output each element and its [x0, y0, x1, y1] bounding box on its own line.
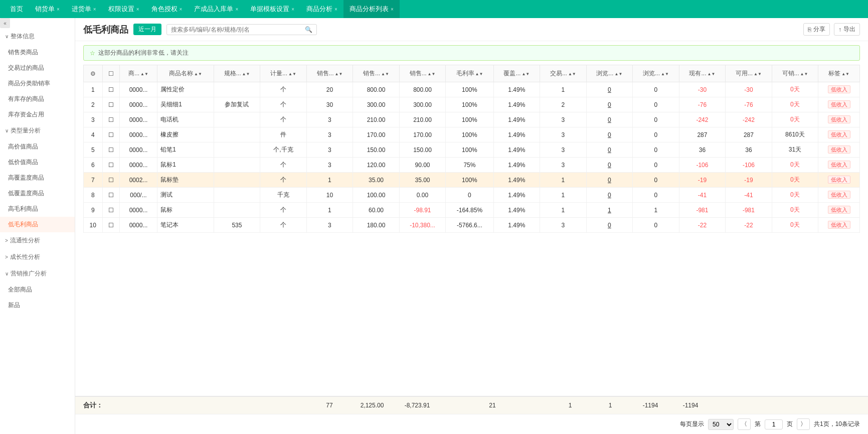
- col-coverage[interactable]: 覆盖...▲▼: [493, 65, 540, 82]
- close-icon[interactable]: ×: [235, 7, 238, 12]
- cell-checkbox[interactable]: ☐: [102, 112, 119, 127]
- next-page-button[interactable]: 〉: [797, 418, 810, 430]
- col-saleable[interactable]: 可销...▲▼: [772, 65, 818, 82]
- cell-sale-amt: 300.00: [399, 97, 446, 112]
- cell-name[interactable]: 笔记本: [157, 218, 214, 233]
- table-row: 1 ☐ 0000... 属性定价 个 20 800.00 800.00 100%…: [84, 82, 860, 97]
- share-button[interactable]: ⎘ 分享: [803, 23, 830, 36]
- col-name[interactable]: 商品名称▲▼: [157, 65, 214, 82]
- nav-item-产成品入库单[interactable]: 产成品入库单×: [188, 0, 244, 18]
- nav-item-单据模板设置[interactable]: 单据模板设置×: [244, 0, 300, 18]
- cell-name[interactable]: 测试: [157, 188, 214, 203]
- col-sale-amt[interactable]: 销售...▲▼: [399, 65, 446, 82]
- cell-name[interactable]: 鼠标: [157, 203, 214, 218]
- cell-browse1[interactable]: 0: [586, 112, 633, 127]
- export-button[interactable]: ↑ 导出: [834, 23, 860, 36]
- cell-browse1[interactable]: 0: [586, 173, 633, 188]
- cell-checkbox[interactable]: ☐: [102, 127, 119, 142]
- cell-name[interactable]: 橡皮擦: [157, 127, 214, 142]
- search-icon[interactable]: 🔍: [305, 26, 312, 33]
- nav-item-首页[interactable]: 首页: [4, 0, 29, 18]
- nav-item-商品分析列表[interactable]: 商品分析列表×: [343, 0, 400, 18]
- cell-name[interactable]: 鼠标垫: [157, 173, 214, 188]
- cell-checkbox[interactable]: ☐: [102, 188, 119, 203]
- cell-checkbox[interactable]: ☐: [102, 158, 119, 173]
- cell-gross-rate: 1.49%: [493, 173, 540, 188]
- sidebar-section-类型量分析[interactable]: ∨ 类型量分析: [0, 122, 75, 139]
- close-icon[interactable]: ×: [180, 7, 183, 12]
- main-layout: « ∨ 整体信息销售类商品交易过的商品商品分类助销率有库存的商品库存资金占用∨ …: [0, 18, 868, 434]
- filter-button[interactable]: 近一月: [133, 24, 161, 35]
- col-code[interactable]: 商...▲▼: [119, 65, 157, 82]
- col-spec[interactable]: 规格...▲▼: [214, 65, 260, 82]
- cell-checkbox[interactable]: ☐: [102, 218, 119, 233]
- cell-browse1[interactable]: 0: [586, 218, 633, 233]
- sidebar-item-交易过的商品[interactable]: 交易过的商品: [0, 60, 75, 76]
- cell-checkbox[interactable]: ☐: [102, 203, 119, 218]
- nav-item-商品分析[interactable]: 商品分析×: [300, 0, 343, 18]
- cell-checkbox[interactable]: ☐: [102, 97, 119, 112]
- cell-name[interactable]: 鼠标1: [157, 158, 214, 173]
- col-checkbox[interactable]: ☐: [102, 65, 119, 82]
- cell-browse1[interactable]: 0: [586, 97, 633, 112]
- cell-price: 300.00: [353, 97, 400, 112]
- cell-code: 0000...: [119, 82, 157, 97]
- col-qty[interactable]: 销售...▲▼: [306, 65, 353, 82]
- nav-item-销货单[interactable]: 销货单×: [29, 0, 66, 18]
- cell-name[interactable]: 吴细细1: [157, 97, 214, 112]
- col-stock[interactable]: 现有...▲▼: [679, 65, 726, 82]
- col-browse1[interactable]: 浏览...▲▼: [586, 65, 633, 82]
- col-unit[interactable]: 计量...▲▼: [260, 65, 307, 82]
- cell-checkbox[interactable]: ☐: [102, 173, 119, 188]
- sidebar-item-新品[interactable]: 新品: [0, 298, 75, 313]
- cell-browse1[interactable]: 0: [586, 158, 633, 173]
- close-icon[interactable]: ×: [391, 7, 394, 12]
- sidebar-item-全部商品[interactable]: 全部商品: [0, 282, 75, 298]
- sidebar-section-整体信息[interactable]: ∨ 整体信息: [0, 28, 75, 45]
- cell-name[interactable]: 铅笔1: [157, 142, 214, 158]
- cell-name[interactable]: 属性定价: [157, 82, 214, 97]
- nav-item-权限设置[interactable]: 权限设置×: [102, 0, 145, 18]
- search-input[interactable]: [171, 26, 305, 33]
- sidebar-item-商品分类助销率[interactable]: 商品分类助销率: [0, 76, 75, 91]
- close-icon[interactable]: ×: [136, 7, 139, 12]
- cell-browse1[interactable]: 0: [586, 82, 633, 97]
- close-icon[interactable]: ×: [334, 7, 337, 12]
- cell-browse1[interactable]: 1: [586, 203, 633, 218]
- sidebar-item-高价值商品[interactable]: 高价值商品: [0, 139, 75, 155]
- sidebar-item-低价值商品[interactable]: 低价值商品: [0, 155, 75, 170]
- col-gross-rate[interactable]: 毛利率▲▼: [446, 65, 493, 82]
- page-word2: 页: [787, 420, 793, 428]
- cell-name[interactable]: 电话机: [157, 112, 214, 127]
- sidebar-item-有库存的商品[interactable]: 有库存的商品: [0, 91, 75, 107]
- sidebar-item-销售类商品[interactable]: 销售类商品: [0, 45, 75, 60]
- close-icon[interactable]: ×: [291, 7, 294, 12]
- sidebar-item-低覆盖度商品[interactable]: 低覆盖度商品: [0, 186, 75, 201]
- nav-item-角色授权[interactable]: 角色授权×: [145, 0, 189, 18]
- col-settings[interactable]: ⚙: [84, 65, 103, 82]
- cell-browse1[interactable]: 0: [586, 142, 633, 158]
- col-available[interactable]: 可用...▲▼: [726, 65, 772, 82]
- close-icon[interactable]: ×: [93, 7, 96, 12]
- cell-browse1[interactable]: 0: [586, 127, 633, 142]
- col-browse2[interactable]: 浏览...▲▼: [633, 65, 679, 82]
- per-page-select[interactable]: 50 20 100: [708, 419, 734, 430]
- cell-browse1[interactable]: 0: [586, 188, 633, 203]
- col-trade[interactable]: 交易...▲▼: [540, 65, 587, 82]
- sidebar-item-库存资金占用[interactable]: 库存资金占用: [0, 107, 75, 122]
- cell-checkbox[interactable]: ☐: [102, 142, 119, 158]
- close-icon[interactable]: ×: [57, 7, 60, 12]
- sidebar-item-高毛利商品[interactable]: 高毛利商品: [0, 201, 75, 217]
- col-tag[interactable]: 标签▲▼: [818, 65, 860, 82]
- cell-checkbox[interactable]: ☐: [102, 82, 119, 97]
- nav-item-进货单[interactable]: 进货单×: [66, 0, 102, 18]
- sidebar-item-高覆盖度商品[interactable]: 高覆盖度商品: [0, 170, 75, 186]
- prev-page-button[interactable]: 〈: [738, 418, 751, 430]
- page-number-input[interactable]: [765, 419, 783, 429]
- sidebar-section-营销推广分析[interactable]: ∨ 营销推广分析: [0, 265, 75, 282]
- sidebar-item-低毛利商品[interactable]: 低毛利商品: [0, 217, 75, 232]
- col-price[interactable]: 销售...▲▼: [353, 65, 400, 82]
- sidebar-section-成长性分析[interactable]: > 成长性分析: [0, 249, 75, 265]
- sidebar-collapse-button[interactable]: «: [0, 18, 10, 28]
- sidebar-section-流通性分析[interactable]: > 流通性分析: [0, 232, 75, 249]
